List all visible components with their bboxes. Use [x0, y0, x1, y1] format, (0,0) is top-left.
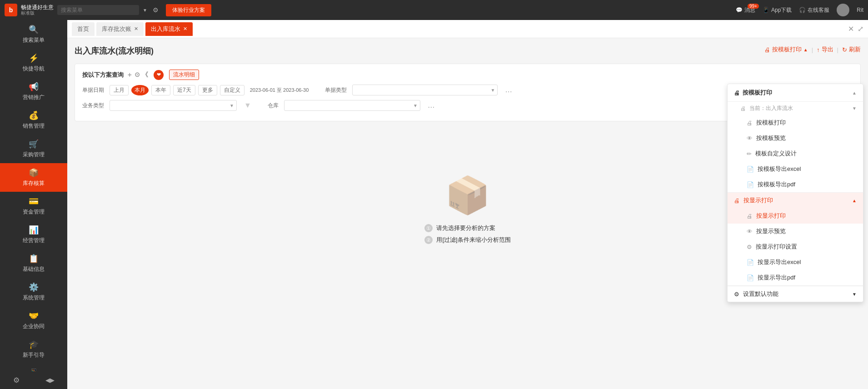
search-dropdown-icon[interactable]: ▼ — [143, 8, 147, 13]
tabbar-right-icons: ✕ ⤢ — [848, 25, 863, 33]
tab-label-batch-account: 库存批次账 — [102, 25, 131, 33]
dropdown-header-arrow[interactable]: ▲ — [852, 90, 857, 95]
sidebar-item-operations[interactable]: 📊经营管理 — [0, 220, 67, 249]
app-brand-sub: 标准版 — [21, 10, 54, 16]
sidebar-bottom: ⚙ ◀▶ — [0, 371, 67, 389]
sidebar-item-finance[interactable]: 💳资金管理 — [0, 192, 67, 220]
flow-detail-tag[interactable]: 流水明细 — [169, 70, 199, 80]
dropdown-item-display-preview[interactable]: 👁按显示预览 — [728, 224, 863, 239]
tab-home[interactable]: 首页 — [72, 22, 95, 36]
dropdown-footer[interactable]: ⚙ 设置默认功能 ▼ — [728, 286, 863, 302]
sidebar-item-quick-nav[interactable]: ⚡快捷导航 — [0, 49, 67, 77]
sidebar-item-label-inventory: 库存核算 — [23, 180, 45, 187]
sidebar-item-basics[interactable]: 📋基础信息 — [0, 249, 67, 278]
sidebar-item-label-basics: 基础信息 — [23, 265, 45, 273]
date-btn-近7天[interactable]: 近7天 — [173, 85, 195, 95]
dropdown-panel: 🖨 按模板打印 ▲ 🖨 当前：出入库流水 ▼ 🖨按模板打印👁按模板预览✏模板自定… — [727, 84, 863, 302]
date-btn-本月[interactable]: 本月 — [131, 85, 149, 95]
app-brand: 畅捷通好生意 — [21, 4, 54, 10]
search-input[interactable] — [57, 5, 139, 15]
tab-inout-flow[interactable]: 出入库流水✕ — [145, 22, 193, 36]
date-btn-自定义[interactable]: 自定义 — [220, 85, 244, 95]
dropdown-item-display-export-pdf[interactable]: 📄按显示导出pdf — [728, 270, 863, 285]
business-type-select[interactable] — [110, 100, 237, 111]
sidebar-item-system[interactable]: ⚙️系统管理 — [0, 278, 67, 306]
operations-icon: 📊 — [29, 225, 39, 235]
empty-step-1: ① 请先选择要分析的方案 — [424, 224, 510, 232]
dropdown-item-template-export-pdf[interactable]: 📄按模板导出pdf — [728, 177, 863, 192]
system-icon: ⚙️ — [29, 282, 39, 292]
date-btn-更多[interactable]: 更多 — [198, 85, 217, 95]
export-btn[interactable]: ↑ 导出 — [817, 45, 833, 54]
sidebar-item-purchase[interactable]: 🛒采购管理 — [0, 135, 67, 163]
app-logo: b — [5, 4, 17, 16]
date-btn-上月[interactable]: 上月 — [110, 85, 129, 95]
dropdown-header-title: 🖨 按模板打印 — [734, 89, 772, 97]
display-export-pdf-icon: 📄 — [747, 274, 754, 281]
online-service-btn[interactable]: 🎧 在线客服 — [799, 6, 829, 14]
sidebar-settings-icon[interactable]: ⚙ — [13, 376, 20, 384]
message-btn[interactable]: 💬 消息 99+ — [736, 6, 755, 14]
refresh-btn[interactable]: ↻ 刷新 — [842, 45, 861, 54]
query-row-1: 按以下方案查询 ＋ ⊙ 《 ❤ 流水明细 — [82, 70, 853, 80]
voucher-type-select[interactable] — [352, 85, 498, 95]
search-icon: 🔍 — [29, 25, 39, 35]
collapse-left-icon[interactable]: 《 — [142, 71, 148, 79]
sidebar-item-label-purchase: 采购管理 — [23, 151, 45, 159]
dropdown-item-display-export-excel[interactable]: 📄按显示导出excel — [728, 254, 863, 270]
current-arrow: ▼ — [852, 106, 857, 111]
tab-batch-account[interactable]: 库存批次账✕ — [96, 22, 144, 36]
sidebar-item-sales[interactable]: 💰销售管理 — [0, 106, 67, 135]
sidebar-item-collab[interactable]: 🤝企业协同 — [0, 306, 67, 335]
template-export-excel-icon: 📄 — [747, 166, 754, 173]
display-preview-label: 按显示预览 — [756, 227, 786, 235]
date-label: 单据日期 — [82, 86, 104, 94]
step1-num: ① — [424, 224, 433, 232]
dropdown-item-template-preview[interactable]: 👁按模板预览 — [728, 130, 863, 146]
template-custom-icon: ✏ — [747, 150, 752, 157]
sidebar-collapse-icon[interactable]: ◀▶ — [45, 377, 55, 384]
sidebar-item-inventory[interactable]: 📦库存核算 — [0, 163, 67, 192]
warehouse-select[interactable] — [284, 100, 420, 111]
voucher-more-icon[interactable]: … — [505, 86, 512, 94]
export-icon: ↑ — [817, 46, 820, 53]
business-type-select-wrapper — [110, 100, 237, 111]
user-name[interactable]: Rit — [857, 7, 863, 13]
date-btn-本年[interactable]: 本年 — [151, 85, 170, 95]
sidebar-item-guide[interactable]: 🎓新手引导 — [0, 335, 67, 364]
date-filter: 上月本月本年近7天更多自定义 — [110, 85, 244, 95]
template-preview-label: 按模板预览 — [756, 134, 786, 142]
print-template-btn[interactable]: 🖨 按模板打印 ▲ — [764, 45, 808, 54]
date-range: 2023-06-01 至 2023-06-30 — [250, 87, 309, 94]
display-section-header[interactable]: 🖨 按显示打印 ▲ — [728, 193, 863, 208]
print-icon: 🖨 — [764, 46, 770, 53]
tab-close-batch-account[interactable]: ✕ — [134, 26, 138, 32]
basics-icon: 📋 — [29, 254, 39, 264]
filter-icon[interactable]: ⊙ — [135, 71, 140, 79]
empty-step-2: ② 用[过滤]条件来缩小分析范围 — [424, 236, 510, 244]
inventory-icon: 📦 — [29, 168, 39, 178]
warehouse-more-icon[interactable]: … — [428, 101, 435, 110]
apps-icon: 📱 — [29, 368, 39, 371]
sidebar-item-search[interactable]: 🔍搜索菜单 — [0, 20, 67, 49]
tab-label-home: 首页 — [77, 25, 89, 33]
settings-icon[interactable]: ⚙ — [153, 6, 159, 14]
display-settings-label: 按显示打印设置 — [756, 243, 797, 251]
app-download-btn[interactable]: 📱 App下载 — [763, 6, 792, 14]
page-content: 出入库流水(流水明细) 🖨 按模板打印 ▲ | ↑ 导出 | ↻ 刷新 — [67, 38, 868, 389]
dropdown-item-display-print[interactable]: 🖨按显示打印 — [728, 208, 863, 224]
add-icon[interactable]: ＋ — [126, 71, 133, 79]
page-title: 出入库流水(流水明细) — [75, 45, 861, 56]
tab-close-inout-flow[interactable]: ✕ — [183, 26, 187, 32]
tab-maximize-icon[interactable]: ⤢ — [858, 25, 863, 33]
dropdown-item-template-custom[interactable]: ✏模板自定义设计 — [728, 146, 863, 161]
dropdown-item-display-settings[interactable]: ⚙按显示打印设置 — [728, 239, 863, 254]
tab-close-all-icon[interactable]: ✕ — [848, 25, 854, 33]
dropdown-item-template-print[interactable]: 🖨按模板打印 — [728, 115, 863, 130]
user-avatar[interactable] — [837, 4, 849, 16]
sidebar-item-marketing[interactable]: 📢营销推广 — [0, 77, 67, 106]
industry-btn[interactable]: 体验行业方案 — [166, 4, 211, 16]
warehouse-select-wrapper — [284, 100, 420, 111]
dropdown-item-template-export-excel[interactable]: 📄按模板导出excel — [728, 161, 863, 177]
sidebar-item-apps[interactable]: 📱应用中心 — [0, 364, 67, 371]
